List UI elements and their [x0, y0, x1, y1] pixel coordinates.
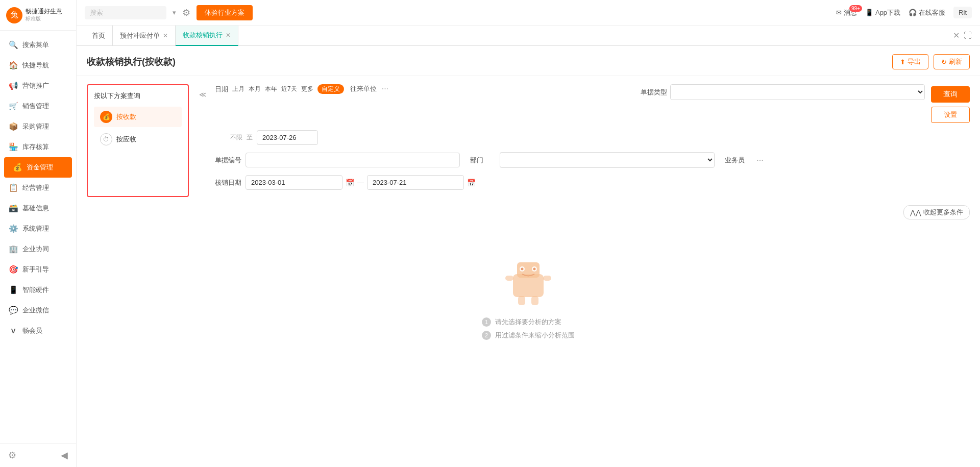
filter-option-by-receivable[interactable]: ⏱ 按应收 — [94, 129, 182, 150]
writeoff-start-cal-icon[interactable]: 📅 — [346, 179, 354, 187]
sidebar-item-quick-nav[interactable]: 🏠 快捷导航 — [0, 55, 76, 76]
date-end-input[interactable] — [257, 130, 318, 145]
staff-select-btn[interactable]: ··· — [754, 156, 765, 165]
tip-num-2: 2 — [482, 331, 491, 340]
sidebar-item-label: 资金管理 — [27, 163, 53, 172]
shortcut-more[interactable]: 更多 — [301, 85, 313, 93]
writeoff-date-end-input[interactable] — [367, 175, 464, 190]
sidebar-item-sales[interactable]: 🛒 销售管理 — [0, 96, 76, 116]
sidebar-item-marketing[interactable]: 📢 营销推广 — [0, 76, 76, 96]
collapse-more-button[interactable]: ⋀⋀ 收起更多条件 — [903, 205, 970, 219]
date-to-label: 至 — [247, 133, 253, 142]
filter-panel-collapse-icon[interactable]: ≪ — [199, 90, 207, 99]
app-icon: 📱 — [865, 9, 873, 16]
sidebar-item-finance[interactable]: 💰 资金管理 — [4, 157, 72, 178]
sidebar-item-search[interactable]: 🔍 搜索菜单 — [0, 35, 76, 55]
logo-icon: 兔 — [6, 7, 22, 23]
tab-prepay[interactable]: 预付冲应付单 ✕ — [113, 26, 176, 46]
sidebar-item-label: 系统管理 — [22, 224, 49, 233]
doc-type-field: 单据类型 — [641, 84, 925, 100]
staff-field: 业务员 ··· — [725, 156, 970, 165]
message-button[interactable]: ✉ 消息 99+ — [836, 8, 857, 17]
shortcut-custom[interactable]: 自定义 — [317, 84, 344, 94]
sidebar-item-enterprise[interactable]: 🏢 企业协同 — [0, 239, 76, 259]
date-unlimit-label: 不限 — [230, 133, 242, 142]
doc-no-input[interactable] — [246, 153, 460, 167]
sidebar-item-label: 库存核算 — [22, 142, 49, 152]
writeoff-end-cal-icon[interactable]: 📅 — [467, 179, 476, 187]
tip-num-1: 1 — [482, 317, 491, 327]
topbar-gear-icon[interactable]: ⚙ — [182, 7, 190, 18]
topbar: 搜索 ▾ ⚙ 体验行业方案 ✉ 消息 99+ 📱 App下载 🎧 在线客服 Ri… — [77, 0, 980, 26]
export-label: 导出 — [908, 57, 921, 66]
refresh-button[interactable]: ↻ 刷新 — [934, 54, 970, 69]
tab-home-label: 首页 — [92, 31, 105, 40]
member-icon: V — [8, 326, 18, 336]
dept-field: 部门 — [470, 152, 715, 168]
sidebar-item-hardware[interactable]: 📱 智能硬件 — [0, 280, 76, 300]
tab-prepay-label: 预付冲应付单 — [120, 31, 160, 40]
writeoff-date-start-input[interactable] — [246, 175, 342, 190]
refresh-icon: ↻ — [941, 58, 947, 66]
sidebar-item-label: 企业微信 — [22, 306, 49, 315]
topbar-left: 搜索 ▾ ⚙ 体验行业方案 — [85, 5, 836, 20]
settings-icon[interactable]: ⚙ — [8, 450, 16, 461]
doc-type-select[interactable] — [670, 84, 925, 100]
tab-receipt-writeoff-close-icon[interactable]: ✕ — [226, 32, 231, 39]
sidebar-item-inventory[interactable]: 🏪 库存核算 — [0, 137, 76, 157]
empty-tips: 1 请先选择要分析的方案 2 用过滤条件来缩小分析范围 — [482, 317, 575, 340]
solution-button[interactable]: 体验行业方案 — [197, 5, 253, 20]
inventory-icon: 🏪 — [8, 142, 18, 152]
shortcut-7days[interactable]: 近7天 — [281, 85, 297, 93]
dropdown-arrow-icon[interactable]: ▾ — [173, 9, 176, 16]
page-actions: ⬆ 导出 ↻ 刷新 — [892, 54, 970, 69]
marketing-icon: 📢 — [8, 81, 18, 91]
sidebar-item-label: 畅会员 — [22, 326, 42, 335]
collapse-sidebar-icon[interactable]: ◀ — [61, 450, 68, 461]
export-button[interactable]: ⬆ 导出 — [892, 54, 928, 69]
shortcut-this-year[interactable]: 本年 — [265, 85, 277, 93]
counterpart-select-btn[interactable]: ··· — [380, 84, 390, 93]
query-button[interactable]: 查询 — [931, 86, 970, 103]
setting-button[interactable]: 设置 — [931, 107, 970, 123]
user-profile-button[interactable]: Rit — [953, 7, 972, 18]
sidebar-item-system[interactable]: ⚙️ 系统管理 — [0, 218, 76, 239]
tab-prepay-close-icon[interactable]: ✕ — [163, 32, 168, 39]
maximize-tab-icon[interactable]: ⛶ — [964, 31, 972, 40]
sidebar-item-purchase[interactable]: 📦 采购管理 — [0, 116, 76, 137]
topbar-search-box[interactable]: 搜索 — [85, 6, 166, 19]
tab-receipt-writeoff[interactable]: 收款核销执行 ✕ — [176, 26, 238, 46]
close-tab-icon[interactable]: ✕ — [953, 31, 960, 40]
empty-illustration — [503, 256, 554, 307]
date-range-row: 不限 至 — [230, 130, 970, 145]
sidebar-footer: ⚙ ◀ — [0, 443, 76, 467]
sidebar-item-operations[interactable]: 📋 经营管理 — [0, 178, 76, 198]
sidebar-item-wechat[interactable]: 💬 企业微信 — [0, 300, 76, 321]
dept-select[interactable] — [500, 152, 715, 168]
tip-text-1: 请先选择要分析的方案 — [495, 317, 561, 327]
sidebar-item-guide[interactable]: 🎯 新手引导 — [0, 259, 76, 280]
svg-point-4 — [521, 268, 524, 271]
tab-home[interactable]: 首页 — [85, 26, 113, 46]
date-label: 日期 — [215, 85, 228, 94]
export-icon: ⬆ — [900, 58, 905, 66]
finance-icon: 💰 — [12, 162, 22, 173]
by-receivable-icon: ⏱ — [100, 133, 112, 145]
service-label: 在线客服 — [919, 8, 945, 17]
page-content: 收款核销执行(按收款) ⬆ 导出 ↻ 刷新 按以下方案查询 — [77, 46, 980, 467]
app-download-button[interactable]: 📱 App下载 — [865, 8, 900, 17]
counterpart-label: 往来单位 — [350, 84, 377, 93]
filter-area: 按以下方案查询 💰 按收款 ⏱ 按应收 ≪ — [77, 76, 980, 205]
app-name: 畅捷通好生意 — [26, 8, 62, 16]
shortcut-this-month[interactable]: 本月 — [249, 85, 261, 93]
sidebar-item-member[interactable]: V 畅会员 — [0, 321, 76, 341]
tab-actions: ✕ ⛶ — [953, 31, 980, 40]
enterprise-icon: 🏢 — [8, 244, 18, 254]
by-receipt-label: 按收款 — [116, 112, 136, 121]
collapse-up-icon: ⋀⋀ — [910, 209, 921, 216]
app-label: App下载 — [875, 8, 900, 17]
filter-option-by-receipt[interactable]: 💰 按收款 — [94, 107, 182, 127]
shortcut-last-month[interactable]: 上月 — [232, 85, 244, 93]
online-service-button[interactable]: 🎧 在线客服 — [909, 8, 945, 17]
sidebar-item-basic-info[interactable]: 🗃️ 基础信息 — [0, 198, 76, 218]
